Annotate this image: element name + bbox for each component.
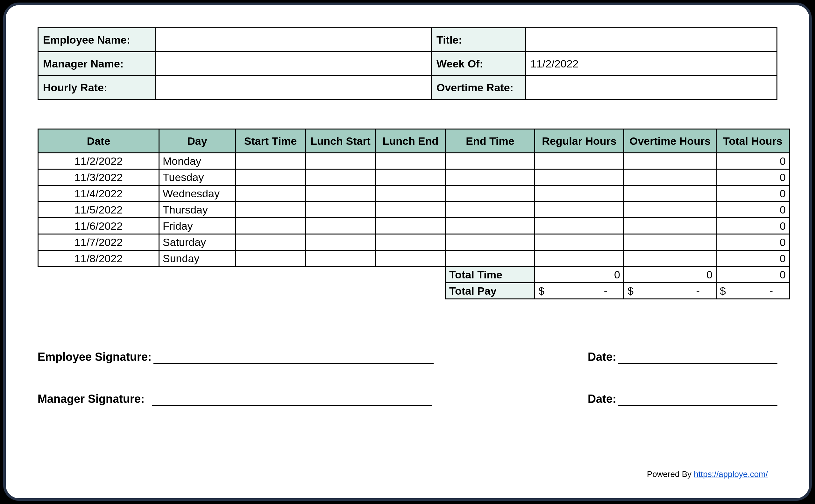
footer: Powered By https://apploye.com/ xyxy=(647,469,768,479)
cell-lunch-start[interactable] xyxy=(305,234,376,250)
cell-lunch-end[interactable] xyxy=(376,234,446,250)
col-regular-hours: Regular Hours xyxy=(535,129,624,153)
timesheet-header-row: Date Day Start Time Lunch Start Lunch En… xyxy=(38,129,790,153)
cell-start-time[interactable] xyxy=(235,185,305,202)
cell-end-time[interactable] xyxy=(446,202,535,218)
powered-by-text: Powered By xyxy=(647,469,694,479)
signature-date-label: Date: xyxy=(588,392,616,406)
cell-start-time[interactable] xyxy=(235,202,305,218)
employee-signature-row: Employee Signature: Date: xyxy=(38,350,777,364)
cell-date: 11/4/2022 xyxy=(38,185,159,202)
pay-dash: - xyxy=(604,285,620,297)
table-row: 11/6/2022Friday0 xyxy=(38,218,790,234)
cell-date: 11/5/2022 xyxy=(38,202,159,218)
total-time-label: Total Time xyxy=(446,267,535,283)
cell-end-time[interactable] xyxy=(446,169,535,185)
cell-lunch-end[interactable] xyxy=(376,202,446,218)
manager-signature-label: Manager Signature: xyxy=(38,392,144,406)
cell-lunch-start[interactable] xyxy=(305,218,376,234)
hourly-rate-label: Hourly Rate: xyxy=(38,76,156,100)
cell-date: 11/8/2022 xyxy=(38,250,159,267)
total-pay-label: Total Pay xyxy=(446,283,535,299)
cell-start-time[interactable] xyxy=(235,234,305,250)
cell-start-time[interactable] xyxy=(235,169,305,185)
table-row: 11/4/2022Wednesday0 xyxy=(38,185,790,202)
cell-regular-hours[interactable] xyxy=(535,250,624,267)
cell-date: 11/6/2022 xyxy=(38,218,159,234)
cell-regular-hours[interactable] xyxy=(535,185,624,202)
total-time-overtime: 0 xyxy=(624,267,716,283)
table-row: 11/3/2022Tuesday0 xyxy=(38,169,790,185)
employee-signature-label: Employee Signature: xyxy=(38,350,151,364)
total-time-total: 0 xyxy=(716,267,790,283)
cell-total-hours: 0 xyxy=(716,169,790,185)
manager-signature-date-line[interactable] xyxy=(618,393,777,406)
header-row-employee: Employee Name: Title: xyxy=(38,28,777,52)
table-row: 11/8/2022Sunday0 xyxy=(38,250,790,267)
cell-start-time[interactable] xyxy=(235,250,305,267)
signature-section: Employee Signature: Date: Manager Signat… xyxy=(38,350,777,406)
employee-name-value[interactable] xyxy=(156,28,432,52)
cell-lunch-start[interactable] xyxy=(305,250,376,267)
cell-total-hours: 0 xyxy=(716,153,790,169)
manager-name-label: Manager Name: xyxy=(38,52,156,76)
cell-overtime-hours[interactable] xyxy=(624,250,716,267)
cell-lunch-start[interactable] xyxy=(305,185,376,202)
cell-end-time[interactable] xyxy=(446,153,535,169)
cell-date: 11/3/2022 xyxy=(38,169,159,185)
cell-regular-hours[interactable] xyxy=(535,202,624,218)
cell-regular-hours[interactable] xyxy=(535,218,624,234)
cell-overtime-hours[interactable] xyxy=(624,234,716,250)
cell-regular-hours[interactable] xyxy=(535,169,624,185)
cell-lunch-start[interactable] xyxy=(305,169,376,185)
timesheet-card: Employee Name: Title: Manager Name: Week… xyxy=(3,3,812,501)
manager-name-value[interactable] xyxy=(156,52,432,76)
cell-end-time[interactable] xyxy=(446,185,535,202)
powered-by-link[interactable]: https://apploye.com/ xyxy=(694,469,768,479)
col-start-time: Start Time xyxy=(235,129,305,153)
employee-signature-date-line[interactable] xyxy=(618,351,777,364)
table-row: 11/5/2022Thursday0 xyxy=(38,202,790,218)
week-of-value[interactable]: 11/2/2022 xyxy=(526,52,777,76)
cell-start-time[interactable] xyxy=(235,218,305,234)
cell-lunch-end[interactable] xyxy=(376,185,446,202)
hourly-rate-value[interactable] xyxy=(156,76,432,100)
cell-overtime-hours[interactable] xyxy=(624,218,716,234)
cell-end-time[interactable] xyxy=(446,218,535,234)
manager-signature-line[interactable] xyxy=(152,393,432,406)
cell-lunch-end[interactable] xyxy=(376,169,446,185)
header-info-table: Employee Name: Title: Manager Name: Week… xyxy=(38,27,777,100)
cell-overtime-hours[interactable] xyxy=(624,185,716,202)
total-time-regular: 0 xyxy=(535,267,624,283)
cell-lunch-start[interactable] xyxy=(305,153,376,169)
currency-symbol: $ xyxy=(720,285,726,297)
cell-overtime-hours[interactable] xyxy=(624,169,716,185)
cell-end-time[interactable] xyxy=(446,234,535,250)
col-end-time: End Time xyxy=(446,129,535,153)
title-value[interactable] xyxy=(526,28,777,52)
cell-regular-hours[interactable] xyxy=(535,234,624,250)
cell-lunch-end[interactable] xyxy=(376,218,446,234)
cell-lunch-end[interactable] xyxy=(376,153,446,169)
cell-regular-hours[interactable] xyxy=(535,153,624,169)
cell-end-time[interactable] xyxy=(446,250,535,267)
cell-start-time[interactable] xyxy=(235,153,305,169)
col-day: Day xyxy=(159,129,235,153)
col-lunch-start: Lunch Start xyxy=(305,129,376,153)
overtime-rate-value[interactable] xyxy=(526,76,777,100)
header-row-rate: Hourly Rate: Overtime Rate: xyxy=(38,76,777,100)
cell-lunch-end[interactable] xyxy=(376,250,446,267)
currency-symbol: $ xyxy=(628,285,634,297)
table-row: 11/2/2022Monday0 xyxy=(38,153,790,169)
cell-day: Wednesday xyxy=(159,185,235,202)
cell-overtime-hours[interactable] xyxy=(624,153,716,169)
cell-overtime-hours[interactable] xyxy=(624,202,716,218)
signature-date-label: Date: xyxy=(588,350,616,364)
cell-lunch-start[interactable] xyxy=(305,202,376,218)
cell-total-hours: 0 xyxy=(716,202,790,218)
cell-day: Sunday xyxy=(159,250,235,267)
title-label: Title: xyxy=(432,28,526,52)
cell-total-hours: 0 xyxy=(716,185,790,202)
employee-signature-line[interactable] xyxy=(153,351,434,364)
total-pay-regular: $ - xyxy=(535,283,624,299)
